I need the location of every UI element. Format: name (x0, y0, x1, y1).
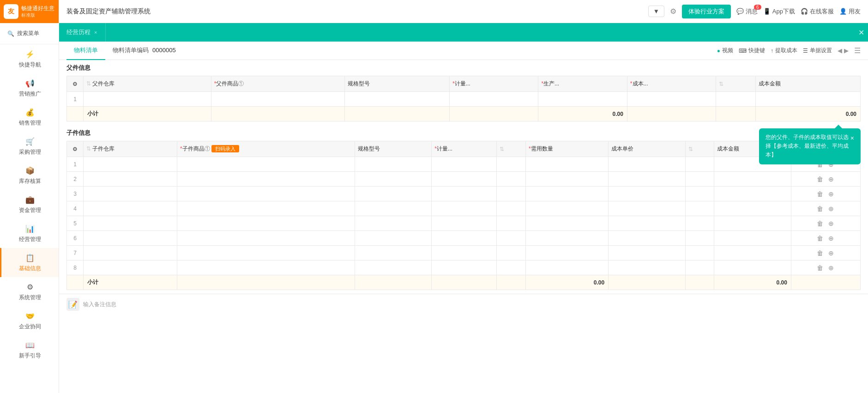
child-row-3-product[interactable] (177, 187, 355, 201)
sidebar-item-基础信息[interactable]: 📋 基础信息 (0, 248, 59, 277)
sidebar-item-系统管理[interactable]: ⚙ 系统管理 (0, 277, 59, 306)
child-row-5-quantity[interactable] (525, 216, 608, 231)
child-row-8-amount[interactable] (714, 260, 791, 275)
child-row-4-warehouse[interactable] (84, 201, 177, 216)
delete-icon[interactable]: 🗑 (816, 205, 824, 213)
delete-icon[interactable]: 🗑 (816, 175, 824, 183)
parent-row-1-product[interactable] (211, 92, 344, 107)
child-row-8-product[interactable] (177, 260, 355, 275)
child-row-5-unit-cost[interactable] (609, 216, 685, 231)
child-row-2-quantity[interactable] (525, 172, 608, 187)
child-row-7-quantity[interactable] (525, 246, 608, 260)
delete-icon[interactable]: 🗑 (816, 249, 824, 257)
tab-close[interactable]: × (93, 30, 98, 35)
child-row-8-unit-cost[interactable] (609, 260, 685, 275)
delete-icon[interactable]: 🗑 (816, 234, 824, 242)
child-row-7-product[interactable] (177, 246, 355, 260)
child-row-2-product[interactable] (177, 172, 355, 187)
sidebar-item-企业协同[interactable]: 🤝 企业协同 (0, 306, 59, 335)
child-row-8-warehouse[interactable] (84, 260, 177, 275)
sidebar-item-销售管理[interactable]: 💰 销售管理 (0, 103, 59, 132)
child-row-4-spec[interactable] (355, 201, 431, 216)
child-row-6-unit[interactable] (432, 231, 497, 246)
tooltip-close[interactable]: × (850, 133, 854, 143)
child-row-3-spec[interactable] (355, 187, 431, 201)
child-row-1-quantity[interactable] (525, 157, 608, 172)
settings-icon[interactable]: ⚙ (670, 7, 676, 16)
child-row-1-unit-cost[interactable] (609, 157, 685, 172)
child-row-2-spec[interactable] (355, 172, 431, 187)
shortcut-action[interactable]: ⌨ 快捷键 (739, 47, 765, 54)
child-row-2-amount[interactable] (714, 172, 791, 187)
child-row-5-amount[interactable] (714, 216, 791, 231)
child-row-7-amount[interactable] (714, 246, 791, 260)
child-row-8-quantity[interactable] (525, 260, 608, 275)
child-row-2-warehouse[interactable] (84, 172, 177, 187)
trial-button[interactable]: 体验行业方案 (682, 5, 731, 18)
parent-row-1-production[interactable] (538, 92, 627, 107)
copy-icon[interactable]: ⊕ (827, 205, 835, 213)
child-row-1-product[interactable] (177, 157, 355, 172)
parent-row-1-warehouse[interactable] (84, 92, 211, 107)
copy-icon[interactable]: ⊕ (827, 219, 835, 228)
child-row-3-unit[interactable] (432, 187, 497, 201)
child-row-7-spec[interactable] (355, 246, 431, 260)
child-row-4-unit[interactable] (432, 201, 497, 216)
child-row-7-warehouse[interactable] (84, 246, 177, 260)
sub-tab-bom[interactable]: 物料清单 (66, 42, 105, 60)
sub-tab-code[interactable]: 物料清单编码 0000005 (105, 42, 183, 60)
child-row-3-warehouse[interactable] (84, 187, 177, 201)
child-row-7-unit-cost[interactable] (609, 246, 685, 260)
app-download-action[interactable]: 📱 App下载 (763, 7, 795, 16)
video-action[interactable]: ● 视频 (717, 47, 733, 54)
child-row-6-quantity[interactable] (525, 231, 608, 246)
child-row-6-unit-cost[interactable] (609, 231, 685, 246)
search-menu-button[interactable]: 🔍 搜索菜单 (4, 27, 55, 40)
child-row-4-quantity[interactable] (525, 201, 608, 216)
parent-row-1-cost[interactable] (627, 92, 716, 107)
child-row-6-warehouse[interactable] (84, 231, 177, 246)
message-action[interactable]: 💬 消息 6 (736, 7, 758, 16)
child-row-5-unit[interactable] (432, 216, 497, 231)
prev-arrow[interactable]: ◀ (838, 47, 842, 54)
grid-view-icon[interactable]: ☰ (854, 46, 861, 55)
user-avatar[interactable]: 👤 用友 (839, 7, 861, 16)
tab-4[interactable]: 经营历程× (59, 23, 106, 42)
parent-row-1-spec[interactable] (344, 92, 449, 107)
parent-row-1-unit[interactable] (450, 92, 538, 107)
delete-icon[interactable]: 🗑 (816, 264, 824, 272)
child-row-5-product[interactable] (177, 216, 355, 231)
child-row-4-unit-cost[interactable] (609, 201, 685, 216)
sidebar-item-快捷导航[interactable]: ⚡ 快捷导航 (0, 44, 59, 73)
sidebar-search[interactable]: 🔍 搜索菜单 (0, 23, 59, 44)
tab-bar-close[interactable]: ✕ (855, 28, 868, 37)
child-row-3-quantity[interactable] (525, 187, 608, 201)
sidebar-item-采购管理[interactable]: 🛒 采购管理 (0, 132, 59, 161)
copy-icon[interactable]: ⊕ (827, 249, 835, 257)
sidebar-item-资金管理[interactable]: 💼 资金管理 (0, 190, 59, 219)
child-row-8-spec[interactable] (355, 260, 431, 275)
delete-icon[interactable]: 🗑 (816, 219, 824, 228)
sidebar-item-营销推广[interactable]: 📢 营销推广 (0, 73, 59, 103)
child-row-3-unit-cost[interactable] (609, 187, 685, 201)
delete-icon[interactable]: 🗑 (816, 190, 824, 198)
sidebar-item-库存核算[interactable]: 📦 库存核算 (0, 161, 59, 190)
child-row-1-warehouse[interactable] (84, 157, 177, 172)
parent-row-1-amount[interactable] (755, 92, 860, 107)
child-row-2-unit[interactable] (432, 172, 497, 187)
child-col-settings[interactable]: ⚙ (67, 141, 84, 157)
parent-col-settings[interactable]: ⚙ (67, 76, 84, 92)
child-row-6-spec[interactable] (355, 231, 431, 246)
child-row-5-spec[interactable] (355, 216, 431, 231)
child-row-4-product[interactable] (177, 201, 355, 216)
child-row-5-warehouse[interactable] (84, 216, 177, 231)
doc-settings-action[interactable]: ☰ 单据设置 (803, 47, 832, 54)
sidebar-item-经营管理[interactable]: 📊 经营管理 (0, 219, 59, 248)
copy-icon[interactable]: ⊕ (827, 190, 835, 198)
child-row-7-unit[interactable] (432, 246, 497, 260)
child-row-6-product[interactable] (177, 231, 355, 246)
scan-btn[interactable]: 扫码录入 (211, 145, 239, 152)
copy-icon[interactable]: ⊕ (827, 264, 835, 272)
extract-cost-action[interactable]: ↑ 提取成本 (771, 47, 797, 54)
child-row-1-unit[interactable] (432, 157, 497, 172)
